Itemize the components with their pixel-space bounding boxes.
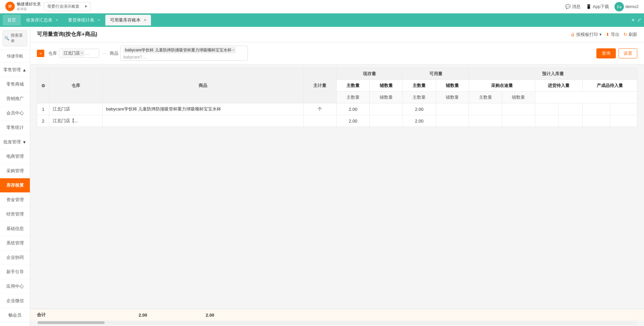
sidebar-item-finance-mgmt[interactable]: 资金管理: [0, 193, 30, 207]
download-label: App下载: [593, 4, 609, 10]
sidebar-item-new-guide[interactable]: 新手引导: [0, 265, 30, 279]
download-btn[interactable]: 📱 App下载: [586, 4, 609, 10]
settings-button[interactable]: 设置: [619, 48, 637, 58]
export-btn[interactable]: ⬇ 导出: [606, 32, 620, 38]
logo-text: 畅捷通好生意: [17, 2, 41, 6]
horizontal-scrollbar[interactable]: [37, 321, 637, 325]
sidebar-item-retail-shop[interactable]: 零售商城: [0, 77, 30, 92]
product-filter-container[interactable]: babycare学饮杯 儿童防摔防撞吸管杯重力球吸嘴杯宝宝水杯 × babyca…: [120, 46, 248, 61]
retail-mgmt-label: 零售管理: [3, 67, 21, 73]
product-header: 商品: [103, 68, 304, 103]
sidebar-item-enterprise-wechat[interactable]: 企业微信: [0, 294, 30, 308]
row-index: 1: [37, 103, 49, 115]
finished-pending-header: 产成品待入量: [583, 80, 637, 92]
warehouse-tag-close[interactable]: ×: [81, 51, 83, 55]
filter-dots: ···: [103, 51, 106, 56]
avatar: Ea: [614, 2, 624, 11]
tab-receive-summary[interactable]: 收发存汇总表 ×: [21, 15, 63, 26]
row-finished-aux: [610, 115, 637, 127]
purchase-main-header: 主数量: [336, 92, 370, 103]
sidebar-item-business-mgmt[interactable]: 经营管理: [0, 207, 30, 222]
page-title: 可用量查询(按仓库+商品): [37, 31, 97, 38]
industry-selector[interactable]: 母婴行业演示账套 ▾: [44, 2, 91, 11]
tab-home[interactable]: 首页: [3, 15, 21, 26]
sidebar-item-enterprise-collab[interactable]: 企业协同: [0, 250, 30, 265]
sidebar-item-system-mgmt[interactable]: 系统管理: [0, 236, 30, 250]
tab-available-stock[interactable]: 可用量库存账本 ×: [105, 15, 151, 26]
user-name: demo2: [625, 4, 639, 9]
warehouse-more[interactable]: ...: [86, 51, 89, 56]
warehouse-header: 仓库: [49, 68, 103, 103]
row-avail-aux: [436, 115, 469, 127]
table-area: ⚙ 仓库 商品 主计量 现存量 可用量 预计入库量 主数量 辅数量 主数量 辅数…: [30, 64, 644, 309]
sidebar-item-purchase-mgmt[interactable]: 采购管理: [0, 164, 30, 178]
avail-aux-header: 辅数量: [436, 80, 469, 92]
instock-main-header: 主数量: [403, 92, 436, 103]
sidebar-item-marketing[interactable]: 营销推广: [0, 92, 30, 106]
wholesale-arrow: ▼: [22, 140, 26, 145]
footer-avail-main: 2.00: [193, 313, 227, 318]
messages-label: 消息: [572, 4, 581, 10]
row-finished-main: [583, 115, 610, 127]
product-tag-close[interactable]: ×: [232, 48, 234, 52]
filter-group: 仓库 江北门店 × ... ··· 商品 babycare学饮杯 儿童防摔防撞吸…: [48, 46, 592, 61]
row-avail-main: 2.00: [403, 115, 436, 127]
sidebar-item-basic-info[interactable]: 基础信息: [0, 222, 30, 236]
quick-nav-label: 快捷导航: [7, 53, 23, 59]
export-icon: ⬇: [606, 32, 609, 37]
page-actions: 🖨 按模板打印 ▾ ⬇ 导出 ↻ 刷新: [571, 32, 637, 38]
search-icon: 🔍: [4, 36, 9, 41]
tab-order-close[interactable]: ×: [98, 18, 100, 22]
nav-tab-actions: × ⤢: [632, 17, 641, 23]
filter-toggle-btn[interactable]: »: [37, 50, 44, 57]
table-footer: 合计 2.00 2.00: [30, 309, 644, 321]
tab-order-summary[interactable]: 要货单统计表 ×: [63, 15, 105, 26]
top-bar: 好 畅捷通好生意 标准版 母婴行业演示账套 ▾ 💬 消息 📱 App下载 Ea …: [0, 0, 644, 13]
search-menu-label: 搜索菜单: [11, 33, 25, 44]
sidebar-item-retail-mgmt[interactable]: 零售管理 ▲: [0, 63, 30, 77]
sidebar-item-retail-stats[interactable]: 零售统计: [0, 121, 30, 135]
user-area[interactable]: Ea demo2: [614, 2, 639, 11]
sidebar-item-vip-member[interactable]: 畅会员: [0, 308, 30, 323]
row-stock-aux: [370, 115, 403, 127]
sidebar-item-app-center[interactable]: 应用中心: [0, 279, 30, 294]
logo-text-group: 畅捷通好生意 标准版: [17, 2, 41, 11]
row-unit: 个: [304, 103, 337, 115]
row-finished-main: [583, 103, 610, 115]
sidebar-item-quick-nav[interactable]: 快捷导航: [0, 50, 30, 63]
product-tag: babycare学饮杯 儿童防摔防撞吸管杯重力球吸嘴杯宝宝水杯 ×: [123, 47, 236, 53]
top-bar-left: 好 畅捷通好生意 标准版 母婴行业演示账套 ▾: [5, 2, 91, 11]
retail-mgmt-arrow: ▲: [22, 67, 26, 73]
row-purchase-main: [469, 115, 502, 127]
stock-main-header: 主数量: [336, 80, 370, 92]
row-instock-main: [535, 115, 559, 127]
sidebar-item-inventory-check[interactable]: 库存核算: [0, 178, 30, 193]
scroll-thumb[interactable]: [38, 321, 105, 324]
product-more[interactable]: babycare?...: [123, 55, 146, 59]
purchase-aux-header: 辅数量: [370, 92, 403, 103]
row-purchase-aux: [502, 103, 535, 115]
gear-header[interactable]: ⚙: [37, 68, 49, 103]
close-all-icon[interactable]: ×: [632, 17, 635, 23]
expand-icon[interactable]: ⤢: [637, 17, 641, 23]
query-button[interactable]: 查询: [596, 48, 616, 58]
warehouse-tag: 江北门店 ×: [62, 50, 85, 56]
tab-receive-close[interactable]: ×: [56, 18, 58, 22]
data-table: ⚙ 仓库 商品 主计量 现存量 可用量 预计入库量 主数量 辅数量 主数量 辅数…: [37, 68, 637, 127]
row-product: [103, 115, 304, 127]
messages-btn[interactable]: 💬 消息: [565, 4, 581, 10]
search-menu-btn[interactable]: 🔍 搜索菜单: [3, 30, 27, 46]
tab-order-label: 要货单统计表: [68, 17, 94, 23]
sidebar-item-member-center[interactable]: 会员中心: [0, 106, 30, 121]
sidebar-search-area: 🔍 搜索菜单: [0, 27, 30, 50]
warehouse-filter-container[interactable]: 江北门店 × ...: [59, 49, 99, 58]
sidebar-item-ecommerce-mgmt[interactable]: 电商管理: [0, 149, 30, 164]
row-purchase-main: [469, 103, 502, 115]
finished-main-header: 主数量: [469, 92, 502, 103]
content-area: 可用量查询(按仓库+商品) 🖨 按模板打印 ▾ ⬇ 导出 ↻ 刷新: [30, 27, 644, 326]
refresh-btn[interactable]: ↻ 刷新: [624, 32, 637, 38]
tab-available-close[interactable]: ×: [144, 18, 146, 22]
print-btn[interactable]: 🖨 按模板打印 ▾: [571, 32, 602, 38]
sidebar-item-wholesale-mgmt[interactable]: 批发管理 ▼: [0, 135, 30, 149]
row-index: 2: [37, 115, 49, 127]
